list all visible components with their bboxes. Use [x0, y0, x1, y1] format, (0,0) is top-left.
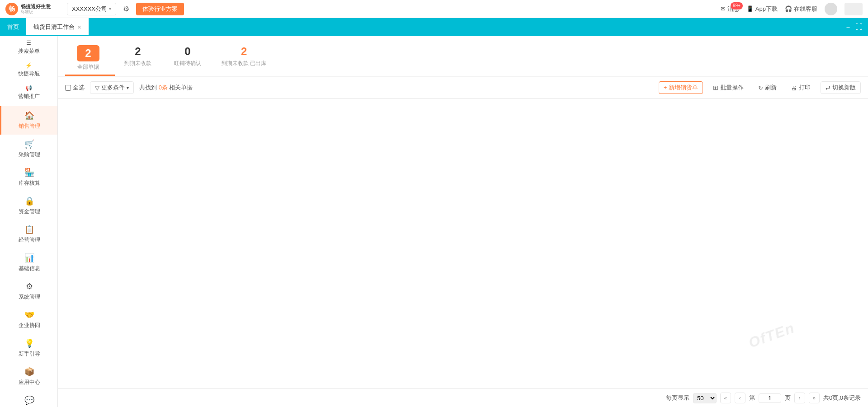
sidebar-top: ☰ 搜索菜单 ⚡ 快捷导航 📢 营销推广 [0, 36, 57, 106]
content-area: 2 全部单据 2 到期未收款 0 旺铺待确认 2 到期未收款 已出库 [58, 36, 868, 407]
minimize-icon[interactable]: － [844, 23, 852, 32]
wechat-icon: 💬 [24, 395, 34, 405]
quick-nav-icon: ⚡ [25, 62, 32, 69]
logo-area: 畅 畅捷通好生意 标准版 [5, 3, 63, 15]
stat-num-overdue: 2 [122, 45, 154, 58]
stat-card-shipped[interactable]: 2 到期未收款 已出库 [214, 42, 277, 76]
stat-card-all[interactable]: 2 全部单据 [65, 42, 115, 76]
logo-text: 畅捷通好生意 标准版 [21, 4, 51, 14]
avatar[interactable] [825, 3, 837, 15]
close-tab-icon[interactable]: ✕ [77, 24, 81, 30]
system-icon: ⚙ [26, 281, 33, 291]
sidebar-item-basic-info[interactable]: 📊 基础信息 [0, 248, 57, 277]
sidebar-item-operations[interactable]: 📋 经营管理 [0, 220, 57, 248]
add-sales-button[interactable]: + 新增销货单 [659, 81, 703, 94]
batch-icon: ⊞ [713, 84, 718, 91]
basic-info-icon: 📊 [24, 253, 34, 263]
logo-main: 畅捷通好生意 [21, 4, 51, 9]
toolbar-right: + 新增销货单 ⊞ 批量操作 ↻ 刷新 🖨 打印 ⇄ 切换新版 [659, 81, 861, 94]
collab-icon: 🤝 [24, 310, 34, 320]
logo-sub: 标准版 [21, 9, 51, 14]
toolbar: 全选 ▽ 更多条件 ▾ 共找到 0条 相关单据 + 新增销货单 ⊞ 批量操作 [58, 77, 868, 99]
pagination: 每页显示 50 100 200 « ‹ 第 页 › » 共0页,0条记录 [58, 388, 868, 407]
refresh-button[interactable]: ↻ 刷新 [754, 82, 781, 94]
found-text: 共找到 0条 相关单据 [139, 84, 193, 92]
filter-button[interactable]: ▽ 更多条件 ▾ [90, 81, 134, 94]
funds-icon: 🔒 [24, 196, 34, 206]
sidebar: ☰ 搜索菜单 ⚡ 快捷导航 📢 营销推广 🏠 销售管理 🛒 采购管理 🏪 库存核… [0, 36, 58, 407]
sidebar-item-sales[interactable]: 🏠 销售管理 [0, 106, 57, 135]
sidebar-item-quick-nav[interactable]: ⚡ 快捷导航 [0, 59, 57, 81]
sidebar-item-wechat[interactable]: 💬 企业微信 [0, 391, 57, 407]
message-icon: ✉ [721, 5, 726, 12]
user-name-area[interactable] [844, 3, 863, 15]
switch-icon: ⇄ [826, 84, 830, 91]
per-page-label: 每页显示 [666, 394, 689, 402]
print-icon: 🖨 [791, 84, 797, 91]
page-label: 第 [749, 394, 755, 402]
marketing-icon: 📢 [25, 85, 32, 91]
stat-label-all: 全部单据 [72, 63, 104, 75]
experience-button[interactable]: 体验行业方案 [136, 3, 184, 15]
chevron-down-icon: ▾ [127, 85, 129, 90]
first-page-button[interactable]: « [720, 393, 731, 403]
operations-icon: 📋 [24, 225, 34, 234]
message-badge: 99+ [731, 2, 743, 9]
sidebar-item-app-center[interactable]: 📦 应用中心 [0, 362, 57, 391]
sidebar-item-search-menu[interactable]: ☰ 搜索菜单 [0, 36, 57, 59]
logo-icon: 畅 [5, 3, 18, 15]
filter-icon: ▽ [95, 84, 99, 91]
print-button[interactable]: 🖨 打印 [787, 82, 815, 94]
toolbar-left: 全选 ▽ 更多条件 ▾ 共找到 0条 相关单据 [65, 81, 653, 94]
online-service-button[interactable]: 🎧 在线客服 [785, 5, 817, 13]
service-icon: 🎧 [785, 5, 792, 12]
stat-num-shipped: 2 [222, 45, 266, 58]
sidebar-item-enterprise-collab[interactable]: 🤝 企业协同 [0, 305, 57, 334]
stat-card-wangpu[interactable]: 0 旺铺待确认 [165, 42, 214, 76]
refresh-icon: ↻ [758, 84, 763, 91]
app-center-icon: 📦 [24, 367, 34, 377]
app-download-button[interactable]: 📱 App下载 [746, 5, 778, 13]
sidebar-item-system[interactable]: ⚙ 系统管理 [0, 277, 57, 305]
next-page-button[interactable]: › [794, 393, 805, 403]
main-layout: ☰ 搜索菜单 ⚡ 快捷导航 📢 营销推广 🏠 销售管理 🛒 采购管理 🏪 库存核… [0, 36, 868, 407]
sidebar-item-inventory[interactable]: 🏪 库存核算 [0, 163, 57, 192]
stats-bar: 2 全部单据 2 到期未收款 0 旺铺待确认 2 到期未收款 已出库 [58, 36, 868, 76]
sidebar-item-funds[interactable]: 🔒 资金管理 [0, 192, 57, 220]
online-service-label: 在线客服 [794, 5, 817, 13]
select-all-checkbox[interactable]: 全选 [65, 84, 85, 92]
sidebar-item-marketing[interactable]: 📢 营销推广 [0, 81, 57, 104]
page-size-select[interactable]: 50 100 200 [693, 393, 717, 403]
page-input[interactable] [759, 393, 781, 403]
download-icon: 📱 [746, 5, 754, 12]
tab-home[interactable]: 首页 [0, 18, 26, 36]
sidebar-item-purchase[interactable]: 🛒 采购管理 [0, 135, 57, 163]
company-name: XXXXXX公司 [72, 5, 107, 13]
company-selector[interactable]: XXXXXX公司 ▾ [67, 3, 116, 15]
chevron-down-icon: ▾ [109, 6, 111, 11]
newbie-icon: 💡 [24, 338, 34, 348]
stat-card-overdue[interactable]: 2 到期未收款 [115, 42, 165, 76]
batch-operation-button[interactable]: ⊞ 批量操作 [708, 82, 748, 94]
tab-daily-work[interactable]: 钱货日清工作台 ✕ [26, 18, 89, 36]
sidebar-item-newbie[interactable]: 💡 新手引导 [0, 334, 57, 362]
checkbox-input[interactable] [65, 85, 71, 91]
inventory-icon: 🏪 [24, 168, 34, 178]
prev-page-button[interactable]: ‹ [735, 393, 745, 403]
nav-tabs-bar: 首页 钱货日清工作台 ✕ － ⛶ [0, 18, 868, 36]
switch-version-button[interactable]: ⇄ 切换新版 [821, 81, 861, 94]
purchase-icon: 🛒 [24, 139, 34, 149]
top-header: 畅 畅捷通好生意 标准版 XXXXXX公司 ▾ ⚙ 体验行业方案 ✉ 消息 99… [0, 0, 868, 18]
header-right: ✉ 消息 99+ 📱 App下载 🎧 在线客服 [721, 3, 863, 15]
found-count: 0条 [159, 84, 168, 91]
expand-icon[interactable]: ⛶ [855, 23, 863, 31]
stats-cards: 2 全部单据 2 到期未收款 0 旺铺待确认 2 到期未收款 已出库 [65, 42, 861, 76]
last-page-button[interactable]: » [809, 393, 820, 403]
message-button[interactable]: ✉ 消息 99+ [721, 5, 739, 13]
settings-icon[interactable]: ⚙ [120, 3, 132, 15]
table-area [58, 99, 868, 388]
stat-num-wangpu: 0 [172, 45, 203, 58]
sales-icon: 🏠 [24, 111, 34, 121]
tab-actions: － ⛶ [844, 23, 868, 32]
total-label: 共0页,0条记录 [823, 394, 861, 402]
